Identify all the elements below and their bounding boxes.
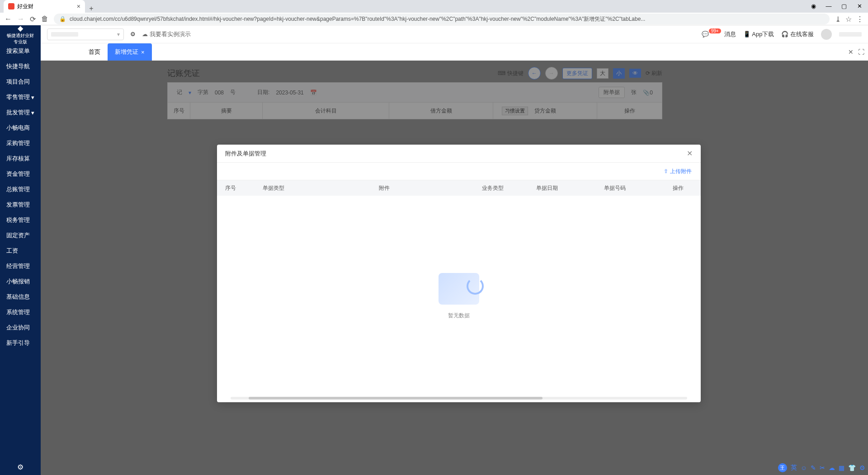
modal-close-icon[interactable]: ✕ xyxy=(687,149,693,158)
mcol-docno: 单据号码 xyxy=(574,184,656,192)
record-icon[interactable]: ◉ xyxy=(807,1,820,11)
mcol-ops: 操作 xyxy=(656,184,701,192)
page-tabs: 首页 新增凭证 × ✕ ⛶ xyxy=(41,43,868,61)
mcol-biztype: 业务类型 xyxy=(466,184,520,192)
empty-illustration-icon xyxy=(439,273,479,305)
badge: 99+ xyxy=(709,28,721,33)
app-logo: ◆ 畅捷通好业财 专业版 xyxy=(0,25,41,43)
ime-icon[interactable]: 王 xyxy=(778,463,787,472)
app-header: ▾ ⚙ ☁ 我要看实例演示 💬 99+ 消息 📱 App下载 🎧 在线客服 xyxy=(41,25,868,43)
sidebar-item-retail[interactable]: 零售管理▾ xyxy=(0,89,41,105)
tray-cloud-icon[interactable]: ☁ xyxy=(829,464,835,471)
headset-icon: 🎧 xyxy=(781,31,788,38)
sidebar-item-search[interactable]: 搜索菜单 xyxy=(0,43,41,59)
star-icon[interactable]: ☆ xyxy=(845,15,852,24)
sidebar: ◆ 畅捷通好业财 专业版 搜索菜单 快捷导航 项目合同 零售管理▾ 批发管理▾ … xyxy=(0,25,41,475)
sidebar-item-wholesale[interactable]: 批发管理▾ xyxy=(0,105,41,120)
sidebar-item-ecom[interactable]: 小畅电商 xyxy=(0,120,41,136)
sidebar-item-funds[interactable]: 资金管理 xyxy=(0,166,41,182)
reload-icon[interactable]: ⟳ xyxy=(30,15,36,24)
tray-grid-icon[interactable]: ▦ xyxy=(839,464,844,471)
user-avatar[interactable] xyxy=(821,29,832,40)
close-all-icon[interactable]: ✕ xyxy=(848,48,854,56)
horizontal-scrollbar[interactable] xyxy=(231,397,687,400)
maximize-icon[interactable]: ▢ xyxy=(837,1,851,11)
attachment-modal: 附件及单据管理 ✕ ⇧ 上传附件 序号 单据类型 附件 业务类型 单据日期 单据… xyxy=(217,145,701,402)
install-icon[interactable]: ⤓ xyxy=(835,15,841,24)
sidebar-item-baseinfo[interactable]: 基础信息 xyxy=(0,289,41,305)
lock-icon: 🔒 xyxy=(59,16,66,22)
sidebar-item-tax[interactable]: 税务管理 xyxy=(0,212,41,228)
sidebar-item-guide[interactable]: 新手引导 xyxy=(0,335,41,351)
tray-shirt-icon[interactable]: 👕 xyxy=(848,464,856,471)
mcol-attach: 附件 xyxy=(303,184,466,192)
upload-icon: ⇧ xyxy=(664,168,668,174)
tab-title: 好业财 xyxy=(17,3,33,10)
org-select[interactable]: ▾ xyxy=(47,28,124,40)
close-tab-icon[interactable]: × xyxy=(141,49,145,56)
demo-link[interactable]: ☁ 我要看实例演示 xyxy=(142,30,191,38)
back-icon[interactable]: ← xyxy=(5,15,12,24)
forward-icon[interactable]: → xyxy=(17,15,24,24)
chevron-down-icon: ▾ xyxy=(117,31,120,38)
modal-title: 附件及单据管理 xyxy=(225,150,266,158)
browser-chrome: ◉ — ▢ ✕ 好业财 × + ← → ⟳ 🗑 🔒 cloud.chanjet.… xyxy=(0,0,868,25)
sidebar-item-operation[interactable]: 经营管理 xyxy=(0,259,41,274)
sidebar-item-quicknav[interactable]: 快捷导航 xyxy=(0,59,41,74)
tray-smile-icon[interactable]: ☺ xyxy=(801,464,807,471)
sidebar-settings[interactable]: ⚙ xyxy=(0,459,41,475)
system-tray: 王 英 ☺ ✎ ✂ ☁ ▦ 👕 ⚙ xyxy=(778,463,865,472)
tab-new-voucher[interactable]: 新增凭证 × xyxy=(108,43,152,61)
url-input[interactable]: 🔒 cloud.chanjet.com/cc/u6d89qwnryel/57bf… xyxy=(54,14,830,24)
fullscreen-icon[interactable]: ⛶ xyxy=(858,48,864,56)
empty-state: 暂无数据 xyxy=(217,196,701,397)
logo-text1: 畅捷通好业财 xyxy=(7,33,34,39)
user-name-placeholder xyxy=(839,32,862,37)
online-service-link[interactable]: 🎧 在线客服 xyxy=(781,30,814,38)
close-window-icon[interactable]: ✕ xyxy=(853,1,866,11)
sidebar-item-system[interactable]: 系统管理 xyxy=(0,305,41,320)
mcol-docdate: 单据日期 xyxy=(520,184,574,192)
mcol-seq: 序号 xyxy=(217,184,244,192)
sidebar-item-assets[interactable]: 固定资产 xyxy=(0,228,41,243)
tray-scissor-icon[interactable]: ✂ xyxy=(820,464,825,471)
minimize-icon[interactable]: — xyxy=(822,1,835,11)
mcol-doctype: 单据类型 xyxy=(244,184,303,192)
sidebar-item-invoice[interactable]: 发票管理 xyxy=(0,197,41,212)
close-tab-icon[interactable]: × xyxy=(77,3,80,10)
new-tab-button[interactable]: + xyxy=(85,5,98,13)
phone-icon: 📱 xyxy=(743,31,750,38)
cloud-icon: ☁ xyxy=(142,31,148,38)
tray-edit-icon[interactable]: ✎ xyxy=(811,464,816,471)
message-link[interactable]: 💬 99+ 消息 xyxy=(702,30,736,38)
upload-attachment-button[interactable]: ⇧ 上传附件 xyxy=(664,168,692,175)
sidebar-item-inventory[interactable]: 库存核算 xyxy=(0,151,41,166)
address-bar: ← → ⟳ 🗑 🔒 cloud.chanjet.com/cc/u6d89qwnr… xyxy=(0,13,868,25)
app-download-link[interactable]: 📱 App下载 xyxy=(743,30,774,38)
url-text: cloud.chanjet.com/cc/u6d89qwnryel/57bfsk… xyxy=(70,15,645,23)
logo-icon: ◆ xyxy=(18,24,23,33)
sidebar-item-collab[interactable]: 企业协同 xyxy=(0,320,41,335)
chevron-down-icon: ▾ xyxy=(31,94,34,101)
sidebar-item-expense[interactable]: 小畅报销 xyxy=(0,274,41,289)
sidebar-menu: 搜索菜单 快捷导航 项目合同 零售管理▾ 批发管理▾ 小畅电商 采购管理 库存核… xyxy=(0,43,41,459)
gear-icon: ⚙ xyxy=(17,463,24,471)
lang-indicator[interactable]: 英 xyxy=(791,464,797,472)
window-controls: ◉ — ▢ ✕ xyxy=(807,1,866,11)
org-placeholder xyxy=(51,32,78,37)
browser-tab[interactable]: 好业财 × xyxy=(4,0,85,13)
sidebar-item-purchase[interactable]: 采购管理 xyxy=(0,136,41,151)
delete-icon[interactable]: 🗑 xyxy=(41,15,48,24)
tab-home[interactable]: 首页 xyxy=(81,43,108,61)
tab-strip: 好业财 × + xyxy=(0,0,868,13)
sidebar-item-ledger[interactable]: 总账管理 xyxy=(0,182,41,197)
tray-gear-icon[interactable]: ⚙ xyxy=(859,464,865,471)
sidebar-item-salary[interactable]: 工资 xyxy=(0,243,41,259)
menu-icon[interactable]: ⋮ xyxy=(856,15,863,24)
chat-icon: 💬 xyxy=(702,31,709,38)
favicon-icon xyxy=(8,3,14,9)
gear-icon[interactable]: ⚙ xyxy=(130,31,136,38)
modal-table-head: 序号 单据类型 附件 业务类型 单据日期 单据号码 操作 xyxy=(217,180,701,196)
sidebar-item-project[interactable]: 项目合同 xyxy=(0,74,41,89)
scrollbar-thumb[interactable] xyxy=(249,397,542,400)
